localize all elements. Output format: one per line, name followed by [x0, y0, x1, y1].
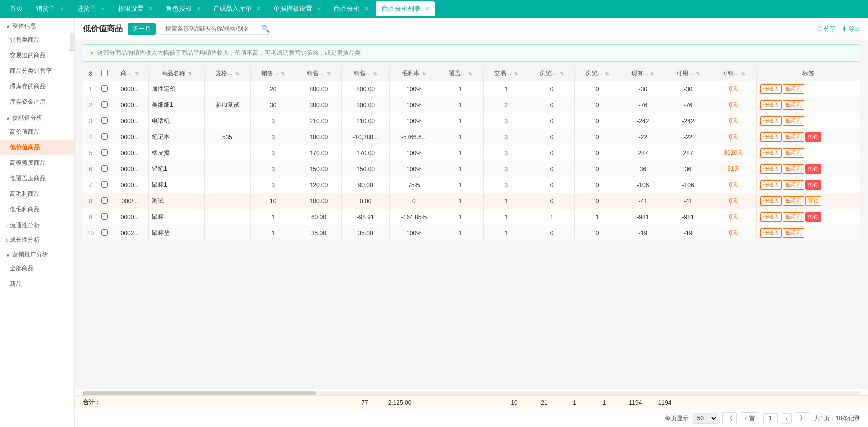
- col-settings[interactable]: ⚙: [83, 66, 98, 81]
- col-sales-qty[interactable]: 销售... ⇅: [250, 66, 296, 81]
- table-row: 5 0000... 橡皮擦 3 170.00 170.00 100% 1 3 0…: [83, 145, 860, 161]
- row-transactions: 2: [483, 97, 529, 113]
- col-tags[interactable]: 标签: [756, 66, 860, 81]
- views1-link[interactable]: 0: [550, 182, 554, 189]
- row-checkbox-cell: [98, 81, 111, 97]
- sidebar-collapse-btn[interactable]: 《: [70, 33, 75, 51]
- sidebar-item-high-profit[interactable]: 高毛利商品: [0, 186, 74, 202]
- col-gross-margin[interactable]: 毛利率 ⇅: [390, 66, 438, 81]
- nav-product-analysis-list[interactable]: 商品分析列表 ×: [376, 1, 435, 16]
- row-checkbox[interactable]: [101, 101, 108, 108]
- sidebar-item-sales-goods[interactable]: 销售类商品: [0, 32, 74, 48]
- row-coverage: 1: [438, 97, 483, 113]
- sidebar-item-low-profit[interactable]: 低毛利商品: [0, 202, 74, 217]
- tag-label: 低毛利: [783, 100, 804, 110]
- row-gross-margin: 100%: [390, 97, 438, 113]
- row-num: 7: [83, 177, 98, 193]
- sidebar-item-low-coverage[interactable]: 低覆盖度商品: [0, 171, 74, 186]
- sidebar-item-stock-stagnant[interactable]: 滞库存的商品: [0, 79, 74, 94]
- col-spec[interactable]: 规格... ⇅: [205, 66, 250, 81]
- sidebar-item-new-goods[interactable]: 新品: [0, 276, 74, 292]
- row-checkbox[interactable]: [101, 149, 108, 156]
- sidebar-item-high-coverage[interactable]: 高覆盖度商品: [0, 155, 74, 171]
- scrollbar-thumb[interactable]: [83, 391, 316, 395]
- views1-link[interactable]: 0: [550, 134, 554, 141]
- total-sales-amount: 2,125.00: [380, 399, 420, 406]
- nav-role[interactable]: 角色授权 ×: [160, 1, 206, 16]
- col-views1[interactable]: 浏览... ⇅: [529, 66, 574, 81]
- search-input[interactable]: [161, 23, 270, 35]
- nav-product-analysis[interactable]: 商品分析 ×: [328, 1, 374, 16]
- sidebar-item-category-rate[interactable]: 商品分类销售率: [0, 63, 74, 79]
- views1-link[interactable]: 1: [550, 214, 554, 221]
- row-checkbox[interactable]: [101, 117, 108, 124]
- col-available-stock[interactable]: 可用... ⇅: [665, 66, 711, 81]
- row-views1: 0: [529, 225, 574, 241]
- row-sales-amount: 170.00: [296, 145, 341, 161]
- tag-label: 低毛利: [783, 132, 804, 142]
- row-sales-qty: 3: [250, 177, 296, 193]
- tag-label: 低收入: [760, 228, 782, 238]
- col-sales-amount[interactable]: 销售... ⇅: [296, 66, 341, 81]
- views1-link[interactable]: 0: [550, 86, 554, 93]
- views1-link[interactable]: 0: [550, 118, 554, 125]
- sidebar-item-low-value[interactable]: 低价值商品: [0, 140, 74, 155]
- scrollbar-track[interactable]: [83, 391, 860, 395]
- row-checkbox[interactable]: [101, 181, 108, 188]
- share-button[interactable]: ⬡ 分享: [817, 25, 836, 33]
- export-button[interactable]: ⬇ 导出: [842, 25, 860, 33]
- row-available-stock: -30: [665, 81, 711, 97]
- sidebar-group-growth[interactable]: › 成长性分析: [0, 232, 74, 246]
- sidebar-item-stock-fund[interactable]: 库存资金占用: [0, 94, 74, 110]
- row-views2: 0: [575, 81, 620, 97]
- sidebar-group-marketing[interactable]: ∨ 营销推广分析: [0, 246, 74, 261]
- row-checkbox[interactable]: [101, 165, 108, 172]
- nav-warehouse[interactable]: 产成品入库单 ×: [207, 1, 266, 16]
- info-bar: ✦ 这部分商品的销售收入大幅低于商品平均销售收入，价值不高，可考虑调整营销策略，…: [83, 44, 860, 62]
- col-current-stock[interactable]: 现有... ⇅: [620, 66, 665, 81]
- col-sales-profit[interactable]: 销售... ⇅: [342, 66, 390, 81]
- sidebar-group-overall[interactable]: ∨ 整体信息: [0, 18, 74, 32]
- prev-page-button[interactable]: ‹ 首: [741, 412, 759, 424]
- row-sales-qty: 1: [250, 209, 296, 225]
- row-views1: 0: [529, 113, 574, 129]
- row-checkbox[interactable]: [101, 213, 108, 220]
- row-checkbox[interactable]: [101, 85, 108, 92]
- sidebar-group-circulation[interactable]: › 流通性分析: [0, 217, 74, 232]
- search-icon[interactable]: 🔍: [261, 25, 270, 33]
- views1-link[interactable]: 0: [550, 102, 554, 109]
- sidebar-item-traded-goods[interactable]: 交易过的商品: [0, 48, 74, 63]
- nav-home[interactable]: 首页: [4, 1, 29, 16]
- nav-permission[interactable]: 权限设置 ×: [112, 1, 158, 16]
- col-coverage[interactable]: 覆盖... ⇅: [438, 66, 483, 81]
- last-page-button[interactable]: 》: [796, 412, 810, 424]
- nav-sales[interactable]: 销货单 ×: [30, 1, 70, 16]
- sidebar-item-high-value[interactable]: 高价值商品: [0, 124, 74, 140]
- per-page-select[interactable]: 50 100 200: [693, 413, 718, 424]
- row-num: 8: [83, 193, 98, 209]
- row-checkbox[interactable]: [101, 133, 108, 140]
- views1-link[interactable]: 0: [550, 150, 554, 157]
- nav-template[interactable]: 单据模板设置 ×: [267, 1, 327, 16]
- filter-recent-month-button[interactable]: 近一月: [128, 23, 156, 35]
- first-page-button[interactable]: 《: [722, 412, 737, 424]
- row-checkbox[interactable]: [101, 229, 108, 236]
- arrow-down-icon2: ∨: [6, 115, 10, 122]
- views1-link[interactable]: 0: [550, 166, 554, 173]
- col-views2[interactable]: 浏览... ⇅: [575, 66, 620, 81]
- row-sales-amount: 180.00: [296, 129, 341, 145]
- col-checkbox[interactable]: [98, 66, 111, 81]
- row-checkbox[interactable]: [101, 197, 108, 204]
- col-sellable[interactable]: 可销... ⇅: [711, 66, 756, 81]
- next-page-button[interactable]: ›: [782, 413, 792, 424]
- nav-purchase[interactable]: 进货单 ×: [71, 1, 111, 16]
- sidebar-item-all-goods[interactable]: 全部商品: [0, 261, 74, 276]
- row-gross-margin: -164.85%: [390, 209, 438, 225]
- select-all-checkbox[interactable]: [101, 70, 108, 76]
- sidebar-group-contribution[interactable]: ∨ 贡献值分析: [0, 110, 74, 124]
- views1-link[interactable]: 0: [550, 230, 554, 237]
- col-transactions[interactable]: 交易... ⇅: [483, 66, 529, 81]
- views1-link[interactable]: 0: [550, 198, 554, 205]
- col-name[interactable]: 商品名称 ⇅: [149, 66, 205, 81]
- col-code[interactable]: 商... ⇅: [111, 66, 149, 81]
